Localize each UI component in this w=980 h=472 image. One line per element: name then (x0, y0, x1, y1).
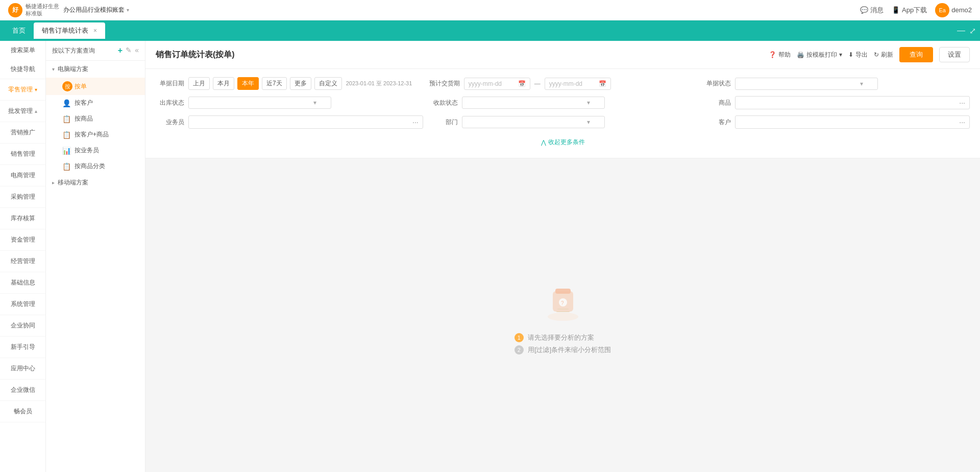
status-select[interactable]: ▾ (735, 78, 878, 90)
scheme-category-icon: 📋 (62, 162, 70, 171)
customer-dots[interactable]: ··· (959, 118, 965, 126)
dept-select[interactable]: ▾ (462, 116, 605, 128)
query-btn[interactable]: 查询 (899, 47, 933, 62)
refresh-btn[interactable]: ↻ 刷新 (874, 51, 893, 59)
receive-status-label: 收款状态 (429, 99, 458, 107)
calendar-from-icon[interactable]: 📅 (518, 80, 526, 87)
calendar-to-icon[interactable]: 📅 (599, 80, 606, 87)
export-icon: ⬇ (848, 51, 853, 58)
scheme-item-by-customer[interactable]: 👤 按客户 (46, 95, 145, 111)
goods-dots[interactable]: ··· (959, 99, 965, 107)
app-download-btn[interactable]: 📱 App下载 (892, 6, 927, 15)
sidebar-item-app-center[interactable]: 应用中心 (0, 358, 45, 380)
sidebar-item-system[interactable]: 系统管理 (0, 294, 45, 315)
empty-state: ? 1 请先选择要分析的方案 2 用[过滤]条件来缩小分析范围 (145, 158, 980, 472)
scheme-customer-icon: 👤 (62, 99, 70, 107)
expected-date-from[interactable]: yyyy-mm-dd 📅 (464, 78, 530, 90)
date-btn-this-year[interactable]: 本年 (237, 77, 259, 90)
scheme-mobile-group[interactable]: ▸ 移动端方案 (46, 174, 145, 191)
logo-icon: 好 (8, 3, 22, 17)
filter-date-label: 单据日期 (156, 79, 184, 88)
filter-goods-col: 商品 ··· (702, 96, 970, 109)
date-to-placeholder: yyyy-mm-dd (549, 80, 582, 87)
scheme-pc-group[interactable]: ▾ 电脑端方案 (46, 61, 145, 78)
date-btn-7days[interactable]: 近7天 (262, 77, 287, 90)
scheme-item-by-order[interactable]: 按 按单 (46, 78, 145, 95)
tab-maximize-icon[interactable]: ⤢ (969, 26, 976, 36)
scheme-order-icon: 按 (62, 81, 70, 91)
scheme-collapse-icon[interactable]: « (135, 46, 139, 55)
date-btn-more[interactable]: 更多 (290, 77, 311, 90)
sidebar-retail-arrow-icon: ▾ (35, 87, 37, 92)
filter-out-status-col: 出库状态 ▾ (156, 97, 423, 109)
svg-point-0 (548, 313, 578, 321)
svg-rect-2 (555, 289, 571, 294)
tab-home[interactable]: 首页 (4, 22, 34, 39)
date-btn-this-month[interactable]: 本月 (213, 77, 234, 90)
sidebar-item-wholesale[interactable]: 批发管理 ▴ (0, 101, 45, 122)
dept-label: 部门 (429, 118, 458, 127)
receive-status-select[interactable]: ▾ (462, 97, 605, 109)
page-header-actions: ❓ 帮助 🖨️ 按模板打印 ▾ ⬇ 导出 ↻ 刷新 (769, 47, 970, 68)
collapse-btn[interactable]: ⋀ 收起更多条件 (156, 135, 970, 150)
sidebar-search-menu[interactable]: 搜索菜单 (0, 41, 45, 60)
scheme-item-by-customer-goods[interactable]: 📋 按客户+商品 (46, 127, 145, 143)
sidebar-item-basic-info[interactable]: 基础信息 (0, 272, 45, 294)
user-avatar[interactable]: Ea demo2 (935, 3, 972, 17)
message-btn[interactable]: 💬 消息 (860, 6, 884, 15)
filter-area: 单据日期 上月 本月 本年 近7天 更多 自定义 2023-01-01 至 20… (145, 69, 980, 158)
date-btn-custom[interactable]: 自定义 (314, 77, 342, 90)
help-btn[interactable]: ❓ 帮助 (769, 51, 791, 59)
filter-receive-col: 收款状态 ▾ (429, 97, 697, 109)
top-bar-left: 好 畅捷通好生意 标准版 办公用品行业模拟账套 ▾ (8, 3, 129, 17)
salesman-input[interactable]: ··· (188, 115, 423, 129)
status-label: 单据状态 (702, 79, 731, 88)
scheme-add-icon[interactable]: + (118, 46, 122, 55)
sidebar-item-ecommerce[interactable]: 电商管理 (0, 165, 45, 186)
sidebar-item-marketing[interactable]: 营销推广 (0, 122, 45, 144)
scheme-item-by-goods[interactable]: 📋 按商品 (46, 111, 145, 127)
sidebar-wholesale-arrow-icon: ▴ (35, 108, 37, 114)
date-from-placeholder: yyyy-mm-dd (469, 80, 502, 87)
tab-minimize-icon[interactable]: — (957, 26, 965, 35)
sidebar-item-operations[interactable]: 经营管理 (0, 251, 45, 272)
print-btn[interactable]: 🖨️ 按模板打印 ▾ (797, 51, 842, 59)
expected-date-to[interactable]: yyyy-mm-dd 📅 (545, 78, 611, 90)
sidebar-item-purchase[interactable]: 采购管理 (0, 186, 45, 208)
workspace-selector[interactable]: 办公用品行业模拟账套 ▾ (63, 6, 129, 14)
tab-close-icon[interactable]: × (93, 27, 97, 34)
sidebar-item-guide[interactable]: 新手引导 (0, 337, 45, 358)
main-panel: 销售订单统计表(按单) ❓ 帮助 🖨️ 按模板打印 ▾ ⬇ 导出 (145, 41, 980, 472)
filter-salesman-col: 业务员 ··· (156, 115, 423, 129)
sidebar-item-wechat[interactable]: 企业微信 (0, 380, 45, 401)
sidebar-item-sales[interactable]: 销售管理 (0, 144, 45, 165)
scheme-item-by-salesman[interactable]: 📊 按业务员 (46, 143, 145, 158)
export-btn[interactable]: ⬇ 导出 (848, 51, 868, 59)
svg-text:?: ? (561, 300, 564, 306)
date-btn-last-month[interactable]: 上月 (188, 77, 210, 90)
sidebar-quick-nav[interactable]: 快捷导航 (0, 60, 45, 79)
sidebar-item-inventory[interactable]: 库存核算 (0, 208, 45, 229)
page-header: 销售订单统计表(按单) ❓ 帮助 🖨️ 按模板打印 ▾ ⬇ 导出 (145, 41, 980, 69)
scheme-pc-arrow-icon: ▾ (52, 66, 55, 72)
expected-date-label: 预计交货期 (429, 79, 460, 88)
sidebar-item-finance[interactable]: 资金管理 (0, 229, 45, 251)
salesman-dots[interactable]: ··· (412, 118, 419, 126)
out-status-label: 出库状态 (156, 99, 184, 107)
goods-label: 商品 (702, 99, 731, 107)
scheme-item-by-category[interactable]: 📋 按商品分类 (46, 158, 145, 174)
setting-btn[interactable]: 设置 (939, 47, 970, 62)
sidebar-item-member[interactable]: 畅会员 (0, 401, 45, 422)
customer-input[interactable]: ··· (735, 115, 970, 129)
logo-text: 畅捷通好生意 标准版 (26, 3, 59, 16)
top-bar: 好 畅捷通好生意 标准版 办公用品行业模拟账套 ▾ 💬 消息 📱 App下载 E… (0, 0, 980, 20)
out-status-chevron-icon: ▾ (313, 99, 316, 106)
collapse-arrow-icon: ⋀ (541, 139, 546, 146)
sidebar-item-retail[interactable]: 零售管理 ▾ (0, 79, 45, 101)
out-status-select[interactable]: ▾ (188, 97, 331, 109)
filter-row-1: 单据日期 上月 本月 本年 近7天 更多 自定义 2023-01-01 至 20… (156, 77, 970, 90)
scheme-edit-icon[interactable]: ✎ (126, 46, 132, 55)
tab-sales-order-stats[interactable]: 销售订单统计表 × (34, 22, 105, 39)
goods-input[interactable]: ··· (735, 96, 970, 109)
sidebar-item-enterprise[interactable]: 企业协同 (0, 315, 45, 337)
